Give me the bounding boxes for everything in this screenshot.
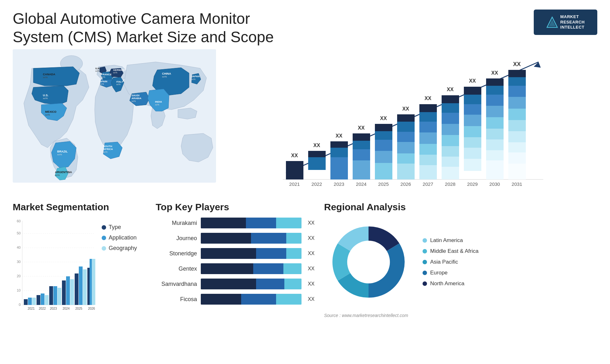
north-america-label: North America: [430, 280, 464, 287]
svg-text:2022: 2022: [311, 181, 322, 187]
logo-area: MARKET RESEARCH INTELLECT: [534, 10, 597, 35]
svg-text:2022: 2022: [39, 307, 46, 310]
svg-text:2024: 2024: [63, 307, 70, 310]
svg-text:30: 30: [17, 260, 21, 264]
bar-chart-section: XX XX XX XX XX: [222, 49, 597, 195]
middle-east-label: Middle East & Africa: [430, 248, 478, 254]
svg-text:AFRICA: AFRICA: [103, 148, 113, 151]
segmentation-legend: Type Application Geography: [102, 218, 137, 252]
svg-rect-143: [37, 295, 40, 305]
svg-text:2026: 2026: [88, 307, 95, 310]
middle-east-dot: [423, 249, 427, 253]
svg-text:MEXICO: MEXICO: [45, 110, 57, 113]
svg-text:JAPAN: JAPAN: [191, 75, 200, 78]
svg-text:2024: 2024: [356, 181, 366, 187]
svg-text:xx%: xx%: [191, 78, 195, 80]
type-dot: [102, 225, 106, 230]
player-row: Ficosa XX: [156, 294, 315, 305]
header: Global Automotive Camera Monitor System …: [0, 0, 610, 49]
type-label: Type: [109, 224, 121, 231]
svg-rect-42: [308, 157, 326, 170]
svg-text:40: 40: [17, 246, 21, 249]
svg-text:2023: 2023: [50, 307, 57, 310]
player-value: XX: [308, 220, 315, 226]
player-name: Samvardhana: [156, 281, 197, 287]
svg-text:CANADA: CANADA: [43, 73, 55, 76]
player-value: XX: [308, 296, 315, 302]
player-value: XX: [308, 251, 315, 256]
svg-text:XX: XX: [380, 116, 387, 121]
source-text: Source : www.marketresearchintellect.com: [324, 313, 597, 318]
svg-text:xx%: xx%: [116, 83, 120, 85]
svg-text:XX: XX: [313, 143, 320, 148]
svg-text:ARGENTINA: ARGENTINA: [55, 171, 72, 174]
svg-text:xx%: xx%: [162, 75, 167, 78]
svg-text:XX: XX: [469, 78, 476, 84]
svg-rect-100: [486, 160, 504, 179]
europe-label: Europe: [430, 270, 448, 276]
latin-america-dot: [423, 238, 427, 243]
svg-text:2029: 2029: [467, 181, 478, 187]
regional-title: Regional Analysis: [324, 202, 597, 212]
donut-chart: [324, 218, 413, 307]
player-row: Murakami XX: [156, 218, 315, 228]
svg-text:xx%: xx%: [155, 104, 159, 106]
svg-text:SPAIN: SPAIN: [100, 80, 107, 83]
svg-rect-141: [32, 298, 36, 305]
svg-text:60: 60: [17, 219, 21, 223]
player-row: Gentex XX: [156, 263, 315, 274]
player-name: Ficosa: [156, 296, 197, 303]
svg-text:2027: 2027: [423, 181, 433, 187]
player-bar-container: [201, 279, 302, 289]
legend-europe: Europe: [423, 270, 478, 276]
svg-text:2031: 2031: [512, 181, 522, 187]
logo-icon: [546, 17, 558, 28]
svg-text:xx%: xx%: [95, 70, 99, 72]
svg-text:2030: 2030: [489, 181, 500, 187]
player-row: Samvardhana XX: [156, 279, 315, 289]
player-name: Murakami: [156, 220, 197, 226]
svg-rect-81: [442, 167, 459, 179]
svg-rect-46: [330, 157, 348, 179]
svg-text:XX: XX: [491, 70, 498, 76]
svg-text:GERMANY: GERMANY: [113, 69, 126, 71]
svg-text:XX: XX: [424, 96, 431, 101]
player-bar-container: [201, 233, 302, 244]
player-bar: [201, 248, 302, 259]
svg-rect-140: [28, 298, 32, 305]
segmentation-svg: 0 10 20 30 40 50 60: [13, 218, 95, 319]
svg-text:XX: XX: [447, 87, 454, 92]
player-row: Stoneridge XX: [156, 248, 315, 259]
segmentation-chart-area: 0 10 20 30 40 50 60: [13, 218, 146, 319]
svg-text:BRAZIL: BRAZIL: [57, 150, 68, 153]
player-bar: [201, 294, 302, 305]
svg-text:XX: XX: [402, 106, 409, 111]
svg-text:SAUDI: SAUDI: [132, 94, 139, 97]
player-name: Journeo: [156, 235, 197, 242]
svg-text:2025: 2025: [378, 181, 389, 187]
svg-rect-161: [92, 259, 95, 305]
world-map: CANADA xx% U.S. xx% MEXICO xx% BRAZIL xx…: [13, 49, 216, 183]
map-section: CANADA xx% U.S. xx% MEXICO xx% BRAZIL xx…: [13, 49, 216, 195]
segmentation-title: Market Segmentation: [13, 202, 146, 212]
svg-point-163: [347, 241, 390, 283]
player-bar-container: [201, 294, 302, 305]
svg-text:CHINA: CHINA: [162, 72, 171, 75]
regional-section: Regional Analysis: [324, 202, 597, 364]
asia-pacific-dot: [423, 260, 427, 264]
svg-rect-39: [286, 161, 303, 179]
player-bar: [201, 218, 302, 228]
regional-legend: Latin America Middle East & Africa Asia …: [423, 237, 478, 287]
svg-text:10: 10: [17, 288, 21, 292]
app-dot: [102, 236, 106, 240]
svg-text:INDIA: INDIA: [155, 100, 162, 103]
app-label: Application: [109, 234, 137, 241]
svg-text:ITALY: ITALY: [116, 80, 123, 83]
svg-text:FRANCE: FRANCE: [101, 73, 112, 76]
svg-rect-64: [397, 164, 415, 179]
geo-label: Geography: [109, 245, 137, 252]
legend-type: Type: [102, 224, 137, 231]
svg-text:2025: 2025: [75, 307, 83, 310]
svg-rect-139: [24, 299, 28, 305]
player-bar: [201, 233, 302, 244]
